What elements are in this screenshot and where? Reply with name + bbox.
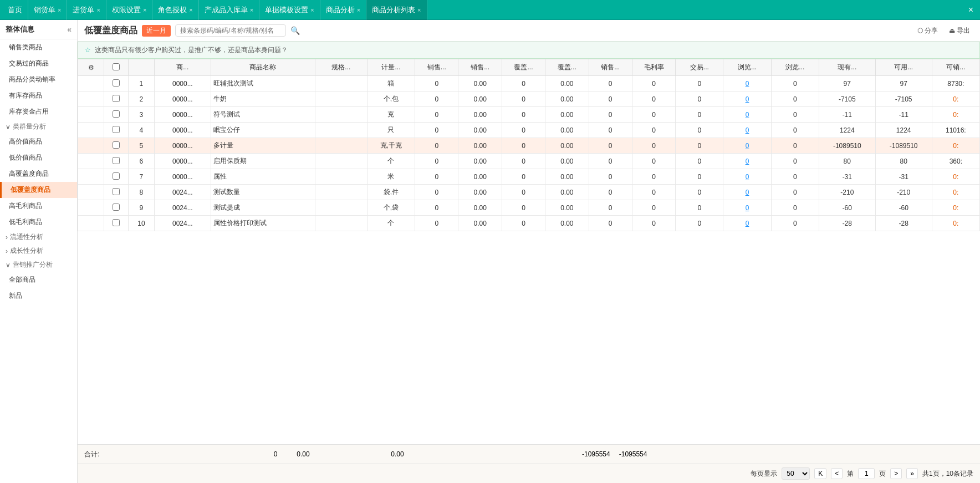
cell-trans: 0 [676,107,723,123]
cell-code: 0000... [154,154,211,169]
row-checkbox[interactable] [113,126,120,133]
sidebar-item-low-value[interactable]: 低价值商品 [0,150,77,166]
row-checkbox[interactable] [113,219,120,226]
nav-tab-purchase[interactable]: 进货单 × [67,0,106,20]
row-checkbox[interactable] [113,172,120,180]
sidebar-item-capital[interactable]: 库存资金占用 [0,104,77,120]
nav-tab-goods-analysis[interactable]: 商品分析 × [320,0,366,20]
search-input[interactable] [175,24,286,37]
cell-sales-amount: 0.00 [458,91,502,107]
prev-page-button[interactable]: < [831,468,843,479]
total-values: 0 0.00 0.00 -1095554 -1095554 [106,448,973,460]
row-checkbox[interactable] [113,157,120,164]
sidebar-section-growth[interactable]: › 成长性分析 [0,244,77,258]
sidebar-item-all-goods[interactable]: 全部商品 [0,272,77,288]
total-sales-amount: 0.00 [289,448,317,460]
cell-name: 旺辅批次测试 [211,76,315,91]
search-icon[interactable]: 🔍 [290,26,300,35]
table-row: 100024...属性价格打印测试个00.0000.0000000-28-280… [78,216,980,231]
table-row: 50000...多计量克,千克00.0000.0000000-1089510-1… [78,138,980,154]
cell-stock2: 97 [875,76,932,91]
cell-no: 9 [128,200,154,216]
page-size-select[interactable]: 50 20 100 [782,467,810,480]
cell-browse2: 0 [771,185,819,200]
close-icon[interactable]: × [58,7,61,13]
nav-tab-finished-goods[interactable]: 产成品入库单 × [199,0,259,20]
close-icon[interactable]: × [143,7,146,13]
close-icon[interactable]: × [96,7,100,13]
nav-tab-template[interactable]: 单据模板设置 × [259,0,320,20]
nav-tab-permission[interactable]: 权限设置 × [106,0,152,20]
cell-spec [315,154,367,169]
column-sellable: 可销... [932,59,979,76]
row-checkbox[interactable] [113,204,120,211]
sidebar-section-marketing[interactable]: ∨ 营销推广分析 [0,258,77,272]
cell-gross-margin: 0 [632,91,675,107]
page-number-input[interactable] [858,468,875,479]
cell-cover1: 0 [502,154,545,169]
column-settings[interactable]: ⚙ [78,59,104,76]
cell-browse1: 0 [723,123,771,138]
sidebar-item-high-coverage[interactable]: 高覆盖度商品 [0,166,77,182]
content-area: 低覆盖度商品 近一月 🔍 ⬡ 分享 ⏏ 导出 ☆ 这类商品只有很少客户购买过，是… [78,20,980,483]
cell-sales3: 0 [589,154,632,169]
close-icon[interactable]: × [250,7,253,13]
row-checkbox[interactable] [113,110,120,118]
next-page-button[interactable]: > [890,468,902,479]
select-all-checkbox[interactable] [113,63,120,70]
row-checkbox[interactable] [113,95,120,102]
cell-browse1: 0 [723,216,771,231]
nav-tab-home[interactable]: 首页 [2,0,28,20]
cell-sales-amount: 0.00 [458,107,502,123]
nav-tab-role[interactable]: 角色授权 × [152,0,198,20]
table-row: 80024...测试数量袋,件00.0000.0000000-210-2100: [78,185,980,200]
cell-browse2: 0 [771,154,819,169]
cell-cover2: 0.00 [545,200,589,216]
date-filter-button[interactable]: 近一月 [142,25,171,37]
share-button[interactable]: ⬡ 分享 [914,25,941,37]
sidebar-item-low-coverage[interactable]: 低覆盖度商品 [0,182,77,198]
cell-browse2: 0 [771,138,819,154]
cell-stock2: -28 [875,216,932,231]
cell-browse2: 0 [771,91,819,107]
window-close-button[interactable]: × [964,5,978,15]
cell-unit: 克,千克 [367,138,415,154]
sidebar-item-sales-goods[interactable]: 销售类商品 [0,39,77,55]
sidebar-item-high-value[interactable]: 高价值商品 [0,134,77,150]
nav-tab-sales[interactable]: 销货单 × [28,0,67,20]
sidebar-item-new-goods[interactable]: 新品 [0,288,77,304]
last-page-button[interactable]: » [906,468,918,479]
row-checkbox[interactable] [113,188,120,195]
cell-sales-qty: 0 [415,123,458,138]
cell-sellable: 11016: [932,123,979,138]
sidebar-item-category-rate[interactable]: 商品分类动销率 [0,72,77,88]
cell-gross-margin: 0 [632,138,675,154]
close-icon[interactable]: × [417,7,421,13]
cell-browse2: 0 [771,216,819,231]
close-icon[interactable]: × [310,7,314,13]
sidebar-section-cluster[interactable]: ∨ 类群量分析 [0,120,77,134]
sidebar-item-stocked-goods[interactable]: 有库存商品 [0,88,77,104]
sidebar-item-traded-goods[interactable]: 交易过的商品 [0,55,77,72]
cell-code: 0024... [154,216,211,231]
export-button[interactable]: ⏏ 导出 [946,25,973,37]
cell-sellable: 0: [932,216,979,231]
close-icon[interactable]: × [189,7,192,13]
sidebar-item-low-margin[interactable]: 低毛利商品 [0,214,77,230]
sidebar: 整体信息 « 销售类商品 交易过的商品 商品分类动销率 有库存商品 库存资金占用… [0,20,78,483]
sidebar-collapse-button[interactable]: « [67,25,72,34]
cell-browse1: 0 [723,185,771,200]
sidebar-item-high-margin[interactable]: 高毛利商品 [0,198,77,214]
first-page-button[interactable]: K [814,468,826,479]
cell-stock1: -1089510 [819,138,875,154]
cell-gross-margin: 0 [632,123,675,138]
close-icon[interactable]: × [357,7,360,13]
content-header: 低覆盖度商品 近一月 🔍 ⬡ 分享 ⏏ 导出 [78,20,980,42]
column-checkbox[interactable] [104,59,129,76]
sidebar-section-circulation[interactable]: › 流通性分析 [0,230,77,244]
cell-sales-qty: 0 [415,216,458,231]
row-checkbox[interactable] [113,141,120,149]
cell-code: 0000... [154,91,211,107]
nav-tab-goods-analysis-list[interactable]: 商品分析列表 × [366,0,427,20]
row-checkbox[interactable] [113,79,120,87]
